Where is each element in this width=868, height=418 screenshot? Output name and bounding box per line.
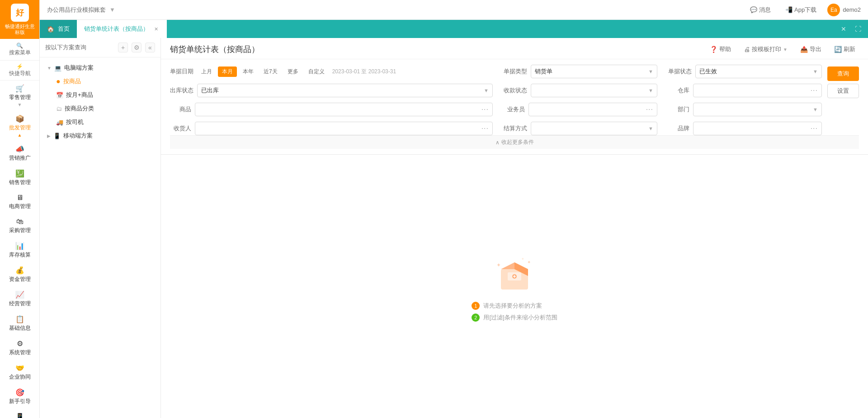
guide-icon: 🎯: [15, 388, 24, 397]
date-btn-more[interactable]: 更多: [283, 66, 302, 77]
date-btn-7days[interactable]: 近7天: [259, 66, 282, 77]
doc-type-label: 单据类型: [504, 67, 531, 76]
tab-sales-stats[interactable]: 销货单统计表（按商品） ✕: [77, 20, 167, 38]
collapse-panel-btn[interactable]: «: [145, 43, 155, 52]
salesperson-input[interactable]: ···: [528, 103, 657, 116]
appstore-icon: 📱: [15, 413, 24, 418]
sidebar-quick-nav[interactable]: ⚡ 快捷导航: [0, 61, 39, 81]
tree-item-by-month-goods[interactable]: 📅 按月+商品: [40, 88, 160, 102]
retail-icon: 🛒: [15, 84, 24, 93]
tree-item-by-driver[interactable]: 🚚 按司机: [40, 115, 160, 129]
tree-item-by-goods[interactable]: ● 按商品: [40, 75, 160, 88]
tree-item-by-category[interactable]: 🗂 按商品分类: [40, 102, 160, 115]
receipt-status-arrow-icon: ▼: [648, 88, 653, 93]
tree-expand-icon: ▼: [47, 66, 52, 71]
warehouse-dots-icon: ···: [811, 86, 818, 95]
message-icon: 💬: [750, 6, 757, 13]
out-status-arrow-icon: ▼: [484, 88, 489, 93]
out-status-label: 出库状态: [170, 86, 197, 95]
date-btn-this-month[interactable]: 本月: [218, 66, 237, 77]
sidebar-item-sales[interactable]: 💹 销售管理: [0, 166, 39, 190]
date-btn-last-month[interactable]: 上月: [197, 66, 216, 77]
sidebar-item-system[interactable]: ⚙ 系统管理: [0, 336, 39, 360]
avatar: Ea: [827, 4, 840, 16]
out-status-input[interactable]: 已出库 ▼: [197, 84, 493, 97]
tree-section: ▼ 💻 电脑端方案 ● 按商品 📅 按月+商品 🗂 按商品分类 🚚: [40, 57, 160, 146]
settlement-arrow-icon: ▼: [648, 126, 653, 131]
logo-area[interactable]: 好 畅捷通好生意 标版: [0, 0, 39, 39]
help-btn[interactable]: ❓ 帮助: [706, 43, 735, 55]
date-btn-custom[interactable]: 自定义: [304, 66, 329, 77]
wholesale-icon: 📦: [15, 114, 24, 123]
receipt-status-label: 收款状态: [504, 86, 531, 95]
collapse-btn[interactable]: ∧ 收起更多条件: [170, 135, 859, 149]
goods-label: 商品: [170, 105, 195, 114]
sidebar-search[interactable]: 🔍 搜索菜单: [0, 39, 39, 61]
header-right: 💬 消息 📲 App下载 Ea demo2: [746, 4, 861, 16]
sidebar-item-wholesale[interactable]: 📦 批发管理 ▲: [0, 111, 39, 141]
sidebar-item-finance[interactable]: 💰 资金管理: [0, 262, 39, 287]
empty-state: ✦ ✦ ✦ 1 请先选择要分析的方案 2 用[过滤]条件来缩小分析范围: [161, 155, 868, 418]
export-btn[interactable]: 📤 导出: [797, 43, 825, 55]
help-icon: ❓: [710, 46, 717, 53]
sidebar-item-guide[interactable]: 🎯 新手引导: [0, 385, 39, 409]
refresh-icon: 🔄: [834, 46, 842, 53]
marketing-icon: 📣: [15, 145, 24, 153]
warehouse-input[interactable]: ···: [693, 84, 822, 97]
system-icon: ⚙: [17, 339, 23, 348]
sidebar-item-ecommerce[interactable]: 🖥 电商管理: [0, 190, 39, 214]
brand-input[interactable]: ···: [693, 122, 822, 135]
month-icon: 📅: [56, 92, 63, 99]
tree-pc-section[interactable]: ▼ 💻 电脑端方案: [40, 61, 160, 75]
receipt-status-input[interactable]: ▼: [531, 84, 657, 97]
svg-text:✦: ✦: [527, 260, 531, 265]
computer-icon: 💻: [54, 65, 61, 71]
filter-row-4: 收货人 ··· 结算方式 ▼: [170, 122, 822, 135]
sidebar-item-purchase[interactable]: 🛍 采购管理: [0, 214, 39, 238]
tab-close-icon[interactable]: ✕: [152, 25, 160, 33]
print-template-btn[interactable]: 🖨 按模板打印 ▼: [740, 43, 791, 55]
query-button[interactable]: 查询: [827, 66, 859, 81]
user-area[interactable]: Ea demo2: [827, 4, 861, 16]
goods-input[interactable]: ···: [195, 103, 493, 116]
page-title-bar: 销货单统计表（按商品） ❓ 帮助 🖨 按模板打印 ▼ 📤 导出: [161, 38, 868, 59]
add-scheme-btn[interactable]: +: [118, 43, 128, 52]
sidebar-item-retail[interactable]: 🛒 零售管理 ▼: [0, 81, 39, 111]
tab-maximize-btn[interactable]: ⛶: [852, 23, 864, 35]
doc-status-arrow-icon: ▼: [813, 69, 818, 74]
app-download-btn[interactable]: 📲 App下载: [782, 4, 820, 16]
logo-subtitle: 标版: [15, 29, 25, 35]
settings-scheme-btn[interactable]: ⚙: [132, 43, 142, 52]
settings-button[interactable]: 设置: [827, 84, 859, 98]
svg-text:✦: ✦: [496, 262, 501, 268]
tree-mobile-section[interactable]: ▶ 📱 移动端方案: [40, 129, 160, 142]
receiver-dots-icon: ···: [481, 124, 489, 133]
basic-icon: 📋: [15, 315, 24, 323]
doc-type-input[interactable]: 销货单 ▼: [531, 65, 657, 78]
empty-illustration: ✦ ✦ ✦: [492, 251, 537, 296]
tab-home[interactable]: 🏠 首页: [40, 20, 77, 38]
receiver-input[interactable]: ···: [195, 122, 493, 135]
sidebar-item-operations[interactable]: 📈 经营管理: [0, 287, 39, 311]
sidebar-item-basic[interactable]: 📋 基础信息: [0, 311, 39, 336]
sidebar-item-enterprise[interactable]: 🤝 企业协同: [0, 360, 39, 385]
date-btn-this-year[interactable]: 本年: [239, 66, 258, 77]
salesperson-dots-icon: ···: [646, 105, 653, 114]
doc-status-input[interactable]: 已生效 ▼: [695, 65, 822, 78]
department-input[interactable]: ▼: [693, 103, 822, 116]
settlement-input[interactable]: ▼: [531, 122, 657, 135]
sidebar-item-appstore[interactable]: 📱 应用中心: [0, 409, 39, 418]
tab-close-window-btn[interactable]: ✕: [837, 23, 850, 35]
panel-header-icons: + ⚙ «: [118, 43, 155, 52]
salesperson-label: 业务员: [504, 105, 528, 114]
filter-receipt-status-field: 收款状态 ▼: [504, 84, 657, 97]
sidebar-item-inventory[interactable]: 📊 库存核算: [0, 238, 39, 262]
operations-icon: 📈: [15, 290, 24, 299]
refresh-btn[interactable]: 🔄 刷新: [830, 43, 859, 55]
message-btn[interactable]: 💬 消息: [746, 4, 774, 16]
quick-nav-icon: ⚡: [0, 63, 39, 70]
tip-num-2: 2: [472, 314, 480, 322]
driver-icon: 🚚: [56, 119, 63, 126]
title-actions: ❓ 帮助 🖨 按模板打印 ▼ 📤 导出 🔄 刷新: [706, 43, 859, 55]
sidebar-item-marketing[interactable]: 📣 营销推广: [0, 141, 39, 166]
